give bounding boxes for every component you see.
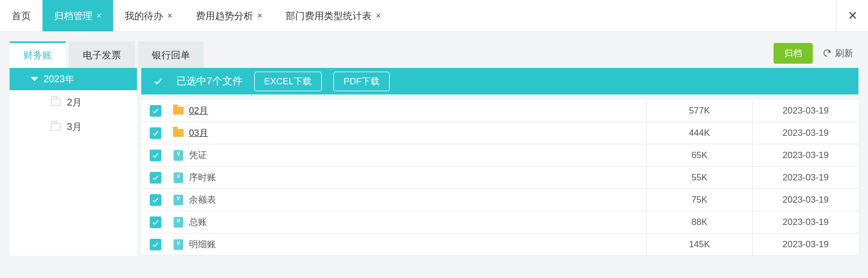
document-icon: [174, 172, 183, 183]
top-tab-archive-management[interactable]: 归档管理 ×: [42, 0, 113, 31]
archive-button[interactable]: 归档: [774, 43, 813, 64]
row-size: 577K: [646, 100, 752, 121]
subtabs: 财务账 电子发票 银行回单: [10, 41, 207, 68]
row-name: 明细账: [187, 238, 646, 250]
subtab-bank-receipt[interactable]: 银行回单: [138, 41, 204, 68]
subtab-label: 银行回单: [152, 50, 190, 60]
row-icon-cell: [170, 150, 187, 161]
top-tab-label: 归档管理: [54, 10, 92, 22]
main-panel: 已选中7个文件 EXCEL下载 PDF下载 02月: [137, 68, 858, 256]
row-checkbox[interactable]: [150, 150, 161, 161]
row-name: 总账: [187, 216, 646, 228]
top-tab-my-todo[interactable]: 我的待办 ×: [113, 0, 184, 31]
refresh-button[interactable]: 刷新: [822, 47, 853, 59]
row-checkbox[interactable]: [150, 216, 161, 228]
row-size: 444K: [646, 122, 752, 144]
row-checkbox[interactable]: [150, 172, 161, 184]
tree-month-node[interactable]: 3月: [10, 115, 137, 139]
row-name-link[interactable]: 03月: [187, 127, 646, 139]
row-checkbox[interactable]: [150, 127, 161, 139]
row-size: 75K: [646, 189, 752, 211]
caret-down-icon: [31, 77, 38, 81]
selection-count-label: 已选中7个文件: [176, 74, 243, 88]
tree-year-node[interactable]: 2023年: [10, 68, 137, 90]
refresh-label: 刷新: [835, 47, 853, 59]
row-name-link[interactable]: 02月: [187, 105, 646, 117]
document-icon: [174, 195, 183, 205]
check-icon: [152, 129, 159, 137]
row-date: 2023-03-19: [752, 233, 858, 255]
row-checkbox[interactable]: [150, 105, 161, 117]
row-checkbox-cell: [141, 194, 170, 206]
select-all-checkbox[interactable]: [152, 75, 165, 88]
row-name: 序时账: [187, 171, 646, 184]
top-tab-label: 费用趋势分析: [196, 10, 253, 22]
row-date: 2023-03-19: [752, 100, 858, 121]
row-size: 88K: [646, 211, 752, 233]
row-icon-cell: [170, 239, 187, 250]
close-icon[interactable]: ×: [167, 11, 172, 21]
table-row: 余额表 75K 2023-03-19: [141, 189, 858, 211]
tree-month-label: 2月: [67, 96, 82, 109]
row-date: 2023-03-19: [752, 167, 858, 188]
subtab-e-invoice[interactable]: 电子发票: [69, 41, 135, 68]
folder-icon: [51, 123, 61, 131]
excel-download-button[interactable]: EXCEL下载: [254, 72, 322, 91]
tree-month-label: 3月: [67, 120, 82, 133]
check-icon: [152, 107, 159, 115]
row-date: 2023-03-19: [752, 189, 858, 211]
subtab-actions: 归档 刷新: [774, 43, 858, 67]
tree-month-node[interactable]: 2月: [10, 90, 137, 115]
folder-icon: [173, 129, 184, 137]
check-icon: [153, 76, 163, 86]
table-row: 03月 444K 2023-03-19: [141, 122, 858, 144]
row-name: 余额表: [187, 194, 646, 206]
check-icon: [152, 152, 159, 159]
check-icon: [152, 219, 159, 226]
row-date: 2023-03-19: [752, 144, 858, 166]
table-row: 02月 577K 2023-03-19: [141, 100, 858, 122]
row-size: 55K: [646, 167, 752, 188]
row-checkbox[interactable]: [150, 239, 161, 250]
row-checkbox-cell: [141, 105, 170, 117]
close-all-icon[interactable]: ✕: [836, 0, 868, 32]
check-icon: [152, 241, 159, 248]
close-icon[interactable]: ×: [257, 11, 262, 21]
top-tab-department-expense-stats[interactable]: 部门费用类型统计表 ×: [274, 0, 392, 31]
row-icon-cell: [170, 172, 187, 183]
button-label: PDF下载: [343, 76, 380, 86]
row-date: 2023-03-19: [752, 122, 858, 144]
page-body: 财务账 电子发票 银行回单 归档 刷新: [0, 32, 868, 278]
sidebar-tree: 2023年 2月 3月: [10, 68, 137, 256]
selection-bar: 已选中7个文件 EXCEL下载 PDF下载: [141, 68, 858, 94]
document-icon: [174, 239, 183, 250]
top-tab-label: 我的待办: [125, 10, 163, 22]
row-icon-cell: [170, 107, 187, 115]
close-icon[interactable]: ×: [376, 11, 381, 21]
folder-icon: [51, 99, 61, 106]
close-icon[interactable]: ×: [97, 11, 101, 21]
top-tab-label: 部门费用类型统计表: [286, 10, 372, 22]
tree-year-label: 2023年: [44, 73, 74, 85]
row-icon-cell: [170, 217, 187, 228]
row-name: 凭证: [187, 149, 646, 161]
button-label: EXCEL下载: [264, 76, 312, 86]
content-row: 2023年 2月 3月 已选中7个文件: [10, 68, 858, 256]
row-date: 2023-03-19: [752, 211, 858, 233]
table-row: 序时账 55K 2023-03-19: [141, 167, 858, 189]
pdf-download-button[interactable]: PDF下载: [333, 72, 390, 91]
subtab-row: 财务账 电子发票 银行回单 归档 刷新: [10, 41, 858, 68]
check-icon: [152, 174, 159, 181]
row-size: 65K: [646, 144, 752, 166]
document-icon: [174, 150, 183, 161]
row-checkbox[interactable]: [150, 194, 161, 206]
top-tab-bar: 首页 归档管理 × 我的待办 × 费用趋势分析 × 部门费用类型统计表 × ✕: [0, 0, 868, 32]
refresh-icon: [822, 48, 832, 58]
top-tab-home[interactable]: 首页: [0, 0, 42, 31]
row-checkbox-cell: [141, 239, 170, 250]
row-size: 145K: [646, 233, 752, 255]
top-tab-expense-trend[interactable]: 费用趋势分析 ×: [184, 0, 274, 31]
subtab-financial-accounts[interactable]: 财务账: [10, 41, 66, 68]
file-table: 02月 577K 2023-03-19 03月 444K 2023-03-19: [141, 100, 858, 256]
document-icon: [174, 217, 183, 228]
